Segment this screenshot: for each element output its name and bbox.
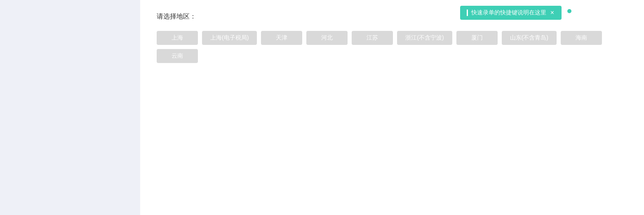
tooltip-dot [567,9,571,13]
region-button-hainan[interactable]: 海南 [561,31,602,45]
tooltip-close-button[interactable]: × [550,9,555,16]
region-button-hebei[interactable]: 河北 [306,31,348,45]
region-buttons: 上海上海(电子税局)天津河北江苏浙江(不含宁波)厦门山东(不含青岛)海南云南 [157,31,628,63]
region-button-tianjin[interactable]: 天津 [261,31,302,45]
main-content: 请选择地区： 上海上海(电子税局)天津河北江苏浙江(不含宁波)厦门山东(不含青岛… [140,0,644,215]
sidebar [0,0,140,215]
region-button-xiamen[interactable]: 厦门 [456,31,498,45]
region-button-shanghai[interactable]: 上海 [157,31,198,45]
region-button-jiangsu[interactable]: 江苏 [352,31,393,45]
region-button-shanghai-etax[interactable]: 上海(电子税局) [202,31,257,45]
tooltip-banner: 快速录单的快捷键说明在这里 × [460,6,562,20]
tooltip-left-bar [467,9,468,16]
tooltip-text: 快速录单的快捷键说明在这里 [471,9,546,16]
region-button-yunnan[interactable]: 云南 [157,49,198,63]
region-button-zhejiang[interactable]: 浙江(不含宁波) [397,31,452,45]
region-button-shandong[interactable]: 山东(不含青岛) [502,31,557,45]
